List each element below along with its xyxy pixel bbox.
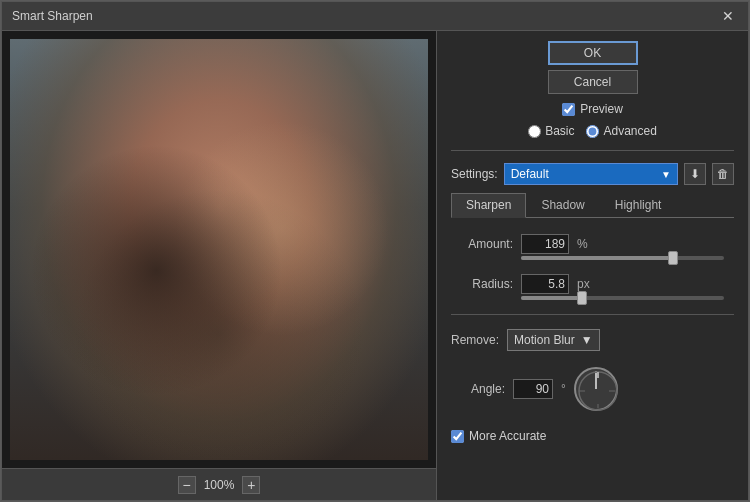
amount-section: Amount: % xyxy=(451,226,734,262)
preview-checkbox-row: Preview xyxy=(451,102,734,116)
preview-checkbox[interactable] xyxy=(562,103,575,116)
amount-row: Amount: % xyxy=(451,232,734,256)
remove-dropdown-arrow-icon: ▼ xyxy=(581,333,593,347)
save-preset-button[interactable]: ⬇ xyxy=(684,163,706,185)
radius-slider-fill xyxy=(521,296,582,300)
remove-row: Remove: Motion Blur ▼ xyxy=(451,329,734,351)
title-bar: Smart Sharpen ✕ xyxy=(2,2,748,31)
remove-dropdown[interactable]: Motion Blur ▼ xyxy=(507,329,600,351)
save-icon: ⬇ xyxy=(690,167,700,181)
settings-dropdown[interactable]: Default ▼ xyxy=(504,163,678,185)
angle-row: Angle: ° xyxy=(451,363,734,415)
dial-svg xyxy=(576,369,620,413)
tabs-row: Sharpen Shadow Highlight xyxy=(451,193,734,218)
amount-unit: % xyxy=(577,237,588,251)
zoom-level-label: 100% xyxy=(204,478,235,492)
preview-label[interactable]: Preview xyxy=(580,102,623,116)
angle-input[interactable] xyxy=(513,379,553,399)
tab-highlight[interactable]: Highlight xyxy=(600,193,677,217)
image-preview-area[interactable] xyxy=(10,39,428,460)
advanced-radio-group: Advanced xyxy=(586,124,656,138)
advanced-label[interactable]: Advanced xyxy=(603,124,656,138)
preview-image xyxy=(10,39,428,460)
radius-section: Radius: px xyxy=(451,270,734,302)
amount-slider-container xyxy=(451,256,734,260)
more-accurate-checkbox[interactable] xyxy=(451,430,464,443)
tab-shadow[interactable]: Shadow xyxy=(526,193,599,217)
basic-radio-group: Basic xyxy=(528,124,574,138)
degree-symbol: ° xyxy=(561,382,566,396)
remove-value: Motion Blur xyxy=(514,333,575,347)
mode-radio-row: Basic Advanced xyxy=(451,124,734,138)
controls-panel: OK Cancel Preview Basic Advanced xyxy=(437,31,748,500)
delete-icon: 🗑 xyxy=(717,167,729,181)
action-buttons: OK Cancel xyxy=(451,41,734,94)
dropdown-arrow-icon: ▼ xyxy=(661,169,671,180)
divider-1 xyxy=(451,150,734,151)
basic-radio[interactable] xyxy=(528,125,541,138)
smart-sharpen-dialog: Smart Sharpen ✕ − 100% + OK Cancel xyxy=(1,1,749,501)
radius-slider-thumb[interactable] xyxy=(577,291,587,305)
amount-input[interactable] xyxy=(521,234,569,254)
advanced-radio[interactable] xyxy=(586,125,599,138)
dialog-body: − 100% + OK Cancel Preview Basic xyxy=(2,31,748,500)
amount-label: Amount: xyxy=(451,237,513,251)
preview-panel: − 100% + xyxy=(2,31,437,500)
more-accurate-row: More Accurate xyxy=(451,429,734,443)
preview-footer: − 100% + xyxy=(2,468,436,500)
tab-sharpen[interactable]: Sharpen xyxy=(451,193,526,218)
radius-slider-track[interactable] xyxy=(521,296,724,300)
radius-label: Radius: xyxy=(451,277,513,291)
close-button[interactable]: ✕ xyxy=(718,8,738,24)
ok-button[interactable]: OK xyxy=(548,41,638,65)
radius-slider-container xyxy=(451,296,734,300)
dial-indicator xyxy=(595,371,597,389)
angle-label: Angle: xyxy=(471,382,505,396)
radius-unit: px xyxy=(577,277,590,291)
settings-label: Settings: xyxy=(451,167,498,181)
radius-input[interactable] xyxy=(521,274,569,294)
dialog-title: Smart Sharpen xyxy=(12,9,93,23)
basic-label[interactable]: Basic xyxy=(545,124,574,138)
delete-preset-button[interactable]: 🗑 xyxy=(712,163,734,185)
amount-slider-thumb[interactable] xyxy=(668,251,678,265)
zoom-in-button[interactable]: + xyxy=(242,476,260,494)
cancel-button[interactable]: Cancel xyxy=(548,70,638,94)
more-accurate-label[interactable]: More Accurate xyxy=(469,429,546,443)
zoom-out-button[interactable]: − xyxy=(178,476,196,494)
radius-row: Radius: px xyxy=(451,272,734,296)
amount-slider-track[interactable] xyxy=(521,256,724,260)
amount-slider-fill xyxy=(521,256,673,260)
divider-2 xyxy=(451,314,734,315)
settings-row: Settings: Default ▼ ⬇ 🗑 xyxy=(451,163,734,185)
remove-label: Remove: xyxy=(451,333,499,347)
angle-dial[interactable] xyxy=(574,367,618,411)
settings-value: Default xyxy=(511,167,549,181)
